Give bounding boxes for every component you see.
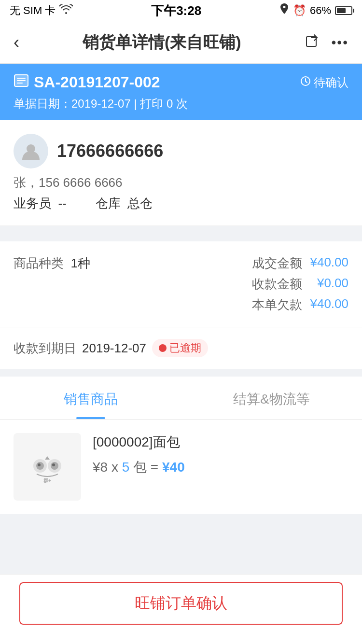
amount-row: 成交金额 ¥40.00 <box>252 255 348 272</box>
status-time: 下午3:28 <box>151 2 201 19</box>
alarm-icon: ⏰ <box>293 4 306 17</box>
svg-point-13 <box>52 463 55 466</box>
divider-1 <box>0 226 362 234</box>
product-info: [0000002]面包 ¥8 x 5 包 = ¥40 <box>93 433 348 476</box>
order-banner: SA-20191207-002 待确认 单据日期：2019-12-07 | 打印… <box>0 64 362 120</box>
bottom-bar: 旺铺订单确认 <box>0 574 362 644</box>
tab-settlement[interactable]: 结算&物流等 <box>181 377 362 419</box>
status-bar: 无 SIM 卡 下午3:28 ⏰ 66% <box>0 0 362 21</box>
overdue-badge: 已逾期 <box>152 339 208 357</box>
back-button[interactable]: ‹ <box>14 32 19 53</box>
nav-actions: ••• <box>305 34 348 51</box>
share-icon[interactable] <box>305 34 320 51</box>
due-date-label: 收款到期日 <box>14 340 76 357</box>
battery-icon <box>335 6 352 15</box>
customer-name: 张，156 6666 6666 <box>14 174 348 191</box>
more-button[interactable]: ••• <box>332 35 348 50</box>
product-name: [0000002]面包 <box>93 433 348 451</box>
order-banner-top: SA-20191207-002 待确认 <box>14 73 348 91</box>
sim-label: 无 SIM 卡 <box>10 3 56 18</box>
sales-info: 业务员 -- <box>14 195 67 212</box>
page-title: 销货单详情(来自旺铺) <box>83 31 241 54</box>
svg-text:群+: 群+ <box>43 478 51 483</box>
confirm-button[interactable]: 旺铺订单确认 <box>19 582 343 625</box>
customer-phone: 17666666666 <box>57 141 163 161</box>
tabs: 销售商品 结算&物流等 <box>0 377 362 420</box>
product-price: ¥8 x 5 包 = ¥40 <box>93 458 348 476</box>
warehouse-info: 仓库 总仓 <box>96 195 153 212</box>
customer-top: 17666666666 <box>14 134 348 168</box>
battery-percent: 66% <box>310 4 331 17</box>
order-id: SA-20191207-002 <box>14 73 160 91</box>
customer-meta: 业务员 -- 仓库 总仓 <box>14 195 348 212</box>
order-status: 待确认 <box>300 75 348 90</box>
location-icon <box>279 3 289 18</box>
due-date-card: 收款到期日 2019-12-07 已逾期 <box>0 327 362 377</box>
product-item: 群+ [0000002]面包 ¥8 x 5 包 = ¥40 <box>0 420 362 514</box>
owed-row: 本单欠款 ¥40.00 <box>252 296 348 313</box>
due-date-value: 2019-12-07 <box>82 341 146 356</box>
summary-card: 商品种类 1种 成交金额 ¥40.00 收款金额 ¥0.00 本单欠款 ¥40.… <box>0 241 362 327</box>
svg-point-12 <box>38 463 41 466</box>
status-left: 无 SIM 卡 <box>10 3 73 18</box>
product-image: 群+ <box>14 433 81 501</box>
order-icon <box>14 73 29 91</box>
tab-sales-products[interactable]: 销售商品 <box>0 377 181 419</box>
wifi-icon <box>59 4 73 17</box>
summary-right: 成交金额 ¥40.00 收款金额 ¥0.00 本单欠款 ¥40.00 <box>252 255 348 313</box>
customer-card: 17666666666 张，156 6666 6666 业务员 -- 仓库 总仓 <box>0 120 362 226</box>
avatar <box>14 134 48 168</box>
status-right: ⏰ 66% <box>279 3 352 18</box>
summary-left: 商品种类 1种 <box>14 255 90 272</box>
nav-bar: ‹ 销货单详情(来自旺铺) ••• <box>0 21 362 64</box>
order-date: 单据日期：2019-12-07 | 打印 0 次 <box>14 96 348 112</box>
clock-icon <box>300 76 311 89</box>
overdue-dot-icon <box>159 344 167 352</box>
received-row: 收款金额 ¥0.00 <box>252 276 348 293</box>
